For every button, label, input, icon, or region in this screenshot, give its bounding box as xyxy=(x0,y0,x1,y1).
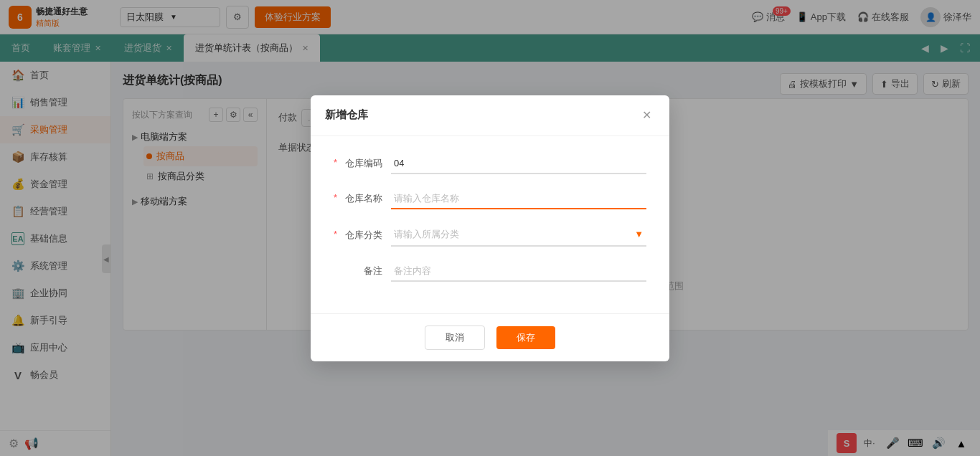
chevron-down-icon: ▼ xyxy=(634,229,644,239)
modal-footer: 取消 保存 xyxy=(311,313,669,361)
remark-label: 备注 xyxy=(334,265,391,277)
modal-overlay: 新增仓库 ✕ 仓库编码 仓库名称 仓库分类 请输入所属分类 ▼ xyxy=(0,0,980,456)
new-warehouse-modal: 新增仓库 ✕ 仓库编码 仓库名称 仓库分类 请输入所属分类 ▼ xyxy=(311,95,669,361)
modal-close-button[interactable]: ✕ xyxy=(638,107,655,124)
modal-header: 新增仓库 ✕ xyxy=(311,95,669,136)
form-row-category: 仓库分类 请输入所属分类 ▼ xyxy=(334,224,646,247)
save-button[interactable]: 保存 xyxy=(496,326,555,349)
modal-title: 新增仓库 xyxy=(325,108,368,122)
form-row-code: 仓库编码 xyxy=(334,153,646,174)
modal-body: 仓库编码 仓库名称 仓库分类 请输入所属分类 ▼ 备注 xyxy=(311,136,669,313)
form-row-name: 仓库名称 xyxy=(334,189,646,209)
name-label: 仓库名称 xyxy=(334,192,391,205)
form-row-remark: 备注 xyxy=(334,261,646,282)
name-input[interactable] xyxy=(391,189,646,209)
code-input[interactable] xyxy=(391,153,646,174)
remark-input[interactable] xyxy=(391,261,646,282)
code-label: 仓库编码 xyxy=(334,157,391,170)
category-select[interactable]: 请输入所属分类 ▼ xyxy=(391,224,646,247)
cancel-button[interactable]: 取消 xyxy=(425,326,485,350)
category-label: 仓库分类 xyxy=(334,229,391,242)
